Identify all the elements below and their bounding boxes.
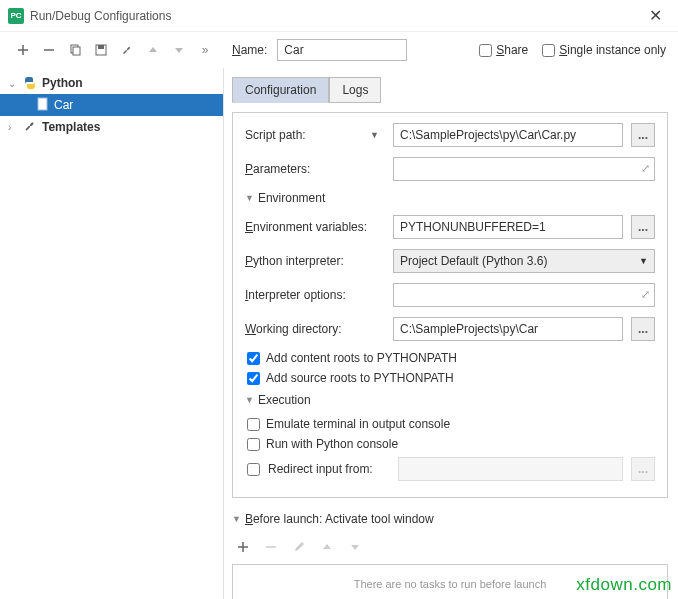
env-vars-input[interactable] [393,215,623,239]
watermark: xfdown.com [576,575,672,595]
tree-label: Python [42,76,83,90]
more-button[interactable]: » [194,39,216,61]
edit-task-button [288,536,310,558]
svg-rect-3 [98,45,104,49]
close-button[interactable]: ✕ [641,2,670,29]
titlebar: PC Run/Debug Configurations ✕ [0,0,678,32]
remove-config-button[interactable] [38,39,60,61]
tab-logs[interactable]: Logs [329,77,381,103]
workdir-label: Working directory: [245,322,385,336]
expand-icon[interactable]: ⤢ [641,162,650,175]
redirect-label: Redirect input from: [268,462,390,476]
emulate-terminal-checkbox[interactable]: Emulate terminal in output console [245,417,655,431]
python-icon [22,75,38,91]
tree-label: Templates [42,120,100,134]
svg-rect-1 [73,47,80,55]
window-title: Run/Debug Configurations [30,9,641,23]
wrench-icon [22,118,38,137]
tree-node-python[interactable]: ⌄ Python [0,72,223,94]
chevron-down-icon: ▼ [639,256,648,266]
chevron-down-icon: ▼ [370,130,379,140]
redirect-path-input [398,457,623,481]
interpreter-select[interactable]: Project Default (Python 3.6)▼ [393,249,655,273]
move-down-button[interactable] [168,39,190,61]
env-vars-label: Environment variables: [245,220,385,234]
remove-task-button [260,536,282,558]
content-roots-checkbox[interactable]: Add content roots to PYTHONPATH [245,351,655,365]
workdir-input[interactable] [393,317,623,341]
caret-down-icon: ⌄ [8,78,18,89]
task-down-button [344,536,366,558]
svg-rect-4 [38,98,47,110]
browse-redirect-button: ... [631,457,655,481]
redirect-input-checkbox[interactable] [247,463,260,476]
config-tree: ⌄ Python Car › Templates [0,68,224,599]
content-panel: Configuration Logs Script path:▼ ... Par… [224,68,678,599]
run-console-checkbox[interactable]: Run with Python console [245,437,655,451]
browse-workdir-button[interactable]: ... [631,317,655,341]
triangle-down-icon: ▼ [245,395,254,405]
triangle-down-icon: ▼ [232,514,241,524]
tree-label: Car [54,98,73,112]
move-up-button[interactable] [142,39,164,61]
interpreter-opts-label: Interpreter options: [245,288,385,302]
add-config-button[interactable] [12,39,34,61]
env-section-header[interactable]: ▼Environment [245,191,655,205]
browse-env-button[interactable]: ... [631,215,655,239]
expand-icon[interactable]: ⤢ [641,288,650,301]
add-task-button[interactable] [232,536,254,558]
task-up-button [316,536,338,558]
save-config-button[interactable] [90,39,112,61]
toolbar: » Name: Share Single instance only [0,32,678,68]
script-path-input[interactable] [393,123,623,147]
config-panel: Script path:▼ ... Parameters: ⤢ ▼Environ… [232,112,668,498]
parameters-input[interactable]: ⤢ [393,157,655,181]
caret-right-icon: › [8,122,18,133]
page-icon [36,97,50,114]
tabs: Configuration Logs [232,76,668,102]
interpreter-opts-input[interactable]: ⤢ [393,283,655,307]
tab-configuration[interactable]: Configuration [232,77,329,103]
parameters-label: Parameters: [245,162,385,176]
exec-section-header[interactable]: ▼Execution [245,393,655,407]
wrench-button[interactable] [116,39,138,61]
browse-script-button[interactable]: ... [631,123,655,147]
name-input[interactable] [277,39,407,61]
script-path-label[interactable]: Script path:▼ [245,128,385,142]
share-checkbox[interactable]: Share [479,43,528,57]
triangle-down-icon: ▼ [245,193,254,203]
interpreter-label: Python interpreter: [245,254,385,268]
tree-node-templates[interactable]: › Templates [0,116,223,138]
app-icon: PC [8,8,24,24]
name-label: Name: [232,43,267,57]
single-instance-checkbox[interactable]: Single instance only [542,43,666,57]
main-split: ⌄ Python Car › Templates Configuration L… [0,68,678,599]
copy-config-button[interactable] [64,39,86,61]
before-launch-header[interactable]: ▼Before launch: Activate tool window [232,512,668,526]
source-roots-checkbox[interactable]: Add source roots to PYTHONPATH [245,371,655,385]
tree-node-car[interactable]: Car [0,94,223,116]
